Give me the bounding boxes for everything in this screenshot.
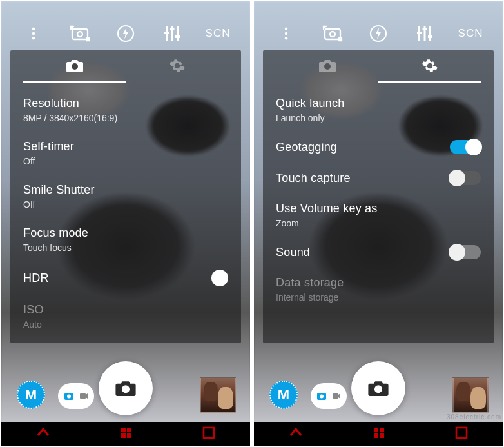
svg-rect-42 (380, 433, 384, 438)
row-title: Resolution (23, 97, 117, 110)
flash-off-icon[interactable] (113, 21, 139, 46)
nav-back-icon[interactable] (35, 426, 51, 442)
svg-point-2 (32, 37, 35, 39)
nav-back-icon[interactable] (288, 426, 304, 442)
row-title: Data storage (276, 276, 344, 290)
settings-list[interactable]: Quick launch Launch only Geotagging Touc… (276, 83, 481, 312)
top-toolbar: SCN (1, 18, 250, 49)
menu-dots-icon[interactable] (21, 21, 46, 46)
row-value: Auto (23, 319, 44, 330)
svg-rect-41 (374, 433, 378, 438)
row-value: Internal storage (276, 292, 344, 303)
svg-rect-15 (80, 393, 86, 399)
tab-camera[interactable] (23, 50, 126, 83)
row-title: Sound (276, 246, 310, 259)
row-value: Off (23, 199, 95, 210)
geotagging-toggle[interactable] (450, 140, 481, 154)
svg-rect-3 (72, 29, 88, 39)
settings-list[interactable]: Resolution 8MP / 3840x2160(16:9) Self-ti… (23, 83, 228, 339)
row-geotagging[interactable]: Geotagging (276, 132, 481, 163)
flash-off-icon[interactable] (365, 21, 391, 46)
svg-point-22 (285, 27, 287, 30)
svg-rect-17 (121, 428, 126, 432)
mode-badge[interactable]: M (17, 381, 45, 409)
screen-left: SCN Resolution 8MP / 3840x2160(16:9) Sel… (1, 1, 250, 446)
hdr-toggle[interactable] (211, 270, 228, 286)
svg-rect-30 (429, 26, 431, 41)
menu-dots-icon[interactable] (273, 21, 299, 46)
scene-mode-button[interactable]: SCN (205, 21, 231, 46)
row-focus-mode[interactable]: Focus mode Touch focus (23, 219, 228, 262)
svg-point-12 (72, 63, 78, 70)
last-photo-thumbnail[interactable] (452, 377, 489, 413)
svg-rect-18 (127, 428, 131, 432)
shutter-button[interactable] (99, 361, 153, 415)
tab-gear[interactable] (126, 50, 228, 83)
svg-rect-21 (204, 428, 214, 438)
touch-capture-toggle[interactable] (450, 171, 481, 185)
scene-mode-button[interactable]: SCN (458, 21, 483, 46)
row-iso[interactable]: ISO Auto (23, 295, 228, 339)
row-value: Zoom (276, 218, 377, 228)
shutter-button[interactable] (351, 361, 405, 415)
nav-recent-icon[interactable] (454, 426, 469, 442)
row-sound[interactable]: Sound (276, 237, 481, 268)
row-title: ISO (23, 303, 44, 317)
row-title: Smile Shutter (23, 183, 95, 197)
row-title: Focus mode (23, 226, 88, 240)
camera-video-switch[interactable] (311, 383, 347, 409)
svg-rect-33 (428, 35, 432, 38)
row-touch-capture[interactable]: Touch capture (276, 163, 481, 194)
nav-bar (254, 422, 503, 446)
svg-rect-11 (175, 35, 180, 38)
screen-right: SCN Quick launch Launch only Geotagging (254, 1, 503, 446)
settings-panel: Quick launch Launch only Geotagging Touc… (263, 50, 494, 343)
settings-panel: Resolution 8MP / 3840x2160(16:9) Self-ti… (10, 50, 241, 343)
row-value: Off (23, 156, 74, 166)
row-quick-launch[interactable]: Quick launch Launch only (276, 89, 481, 132)
svg-rect-19 (121, 433, 126, 438)
svg-point-14 (67, 395, 71, 399)
switch-camera-icon[interactable] (67, 21, 93, 46)
sliders-icon[interactable] (159, 21, 185, 46)
row-title: Self-timer (23, 140, 74, 154)
tab-camera[interactable] (276, 50, 378, 83)
svg-rect-31 (417, 32, 422, 34)
svg-rect-25 (325, 29, 340, 39)
camera-video-switch[interactable] (58, 383, 94, 409)
svg-rect-37 (333, 393, 338, 399)
top-toolbar: SCN (254, 18, 503, 49)
row-self-timer[interactable]: Self-timer Off (23, 132, 228, 175)
row-value: 8MP / 3840x2160(16:9) (23, 113, 117, 123)
row-title: Touch capture (276, 172, 351, 185)
sliders-icon[interactable] (412, 21, 438, 46)
row-title: Geotagging (276, 141, 337, 154)
bottom-controls: M (1, 356, 250, 421)
row-hdr[interactable]: HDR (23, 262, 228, 295)
svg-rect-40 (380, 428, 384, 432)
svg-rect-8 (177, 26, 179, 41)
svg-point-0 (32, 27, 35, 30)
svg-point-34 (324, 63, 331, 70)
row-smile-shutter[interactable]: Smile Shutter Off (23, 175, 228, 219)
svg-point-1 (32, 32, 35, 35)
row-volume-key[interactable]: Use Volume key as Zoom (276, 194, 481, 237)
sound-toggle[interactable] (450, 245, 481, 259)
last-photo-thumbnail[interactable] (200, 377, 236, 413)
tab-gear[interactable] (378, 50, 481, 83)
row-resolution[interactable]: Resolution 8MP / 3840x2160(16:9) (23, 89, 228, 132)
row-data-storage[interactable]: Data storage Internal storage (276, 268, 481, 312)
bottom-controls: M (254, 356, 503, 421)
svg-point-26 (330, 32, 335, 37)
switch-camera-icon[interactable] (320, 21, 345, 46)
mode-badge[interactable]: M (269, 381, 298, 409)
row-title: Use Volume key as (276, 202, 377, 215)
nav-recent-icon[interactable] (202, 426, 216, 442)
svg-rect-20 (127, 433, 131, 438)
nav-home-icon[interactable] (372, 426, 386, 442)
svg-point-16 (122, 385, 130, 393)
nav-home-icon[interactable] (119, 426, 133, 442)
nav-bar (1, 422, 250, 446)
panel-tabs (276, 50, 481, 83)
row-value: Touch focus (23, 243, 88, 253)
